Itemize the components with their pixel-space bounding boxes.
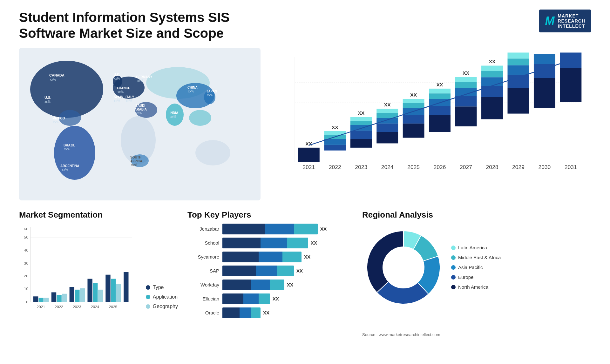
player-row: OracleXX: [187, 307, 353, 318]
svg-text:XX: XX: [489, 59, 496, 64]
svg-rect-154: [116, 284, 121, 302]
bar-seg2: [251, 280, 270, 290]
svg-point-13: [189, 110, 211, 126]
growth-chart-svg: XX XX XX XX: [276, 51, 585, 185]
svg-text:XX: XX: [463, 71, 469, 76]
svg-text:AFRICA: AFRICA: [130, 159, 142, 163]
svg-rect-56: [324, 139, 346, 145]
svg-text:SAUDI: SAUDI: [135, 104, 145, 107]
svg-rect-91: [481, 86, 503, 97]
player-bar-wrap: XX: [222, 307, 353, 318]
bar-chart-area: XX XX XX XX: [270, 48, 591, 200]
regional-area: Regional Analysis Latin AmericaMiddle Ea…: [362, 210, 591, 337]
player-row: SycamoreXX: [187, 252, 353, 262]
player-value: XX: [311, 240, 317, 246]
svg-text:ARGENTINA: ARGENTINA: [60, 164, 79, 168]
player-row: JenzabarXX: [187, 224, 353, 234]
svg-text:2027: 2027: [460, 164, 472, 170]
svg-text:SOUTH: SOUTH: [130, 156, 141, 159]
svg-rect-81: [429, 93, 451, 99]
logo-letter: M: [545, 14, 554, 28]
bar-seg3: [277, 266, 294, 276]
svg-rect-145: [75, 290, 79, 302]
bar-seg2: [259, 252, 282, 262]
svg-text:U.S.: U.S.: [44, 96, 51, 99]
player-bar: [222, 293, 270, 304]
legend-geo-label: Geography: [153, 304, 178, 309]
legend-type-label: Type: [153, 285, 164, 290]
svg-text:XX: XX: [358, 111, 364, 116]
reg-legend-item: Asia Pacific: [451, 265, 501, 270]
svg-rect-63: [350, 121, 372, 125]
player-row: SchoolXX: [187, 238, 353, 248]
logo-text: MARKET RESEARCH INTELLECT: [558, 13, 585, 29]
reg-legend-item: North America: [451, 284, 501, 290]
svg-rect-94: [481, 65, 503, 71]
logo-box: M MARKET RESEARCH INTELLECT: [539, 10, 591, 32]
svg-text:ARABIA: ARABIA: [134, 108, 147, 111]
svg-text:10: 10: [24, 286, 29, 291]
svg-text:2025: 2025: [407, 164, 420, 170]
player-name: SAP: [187, 268, 219, 273]
svg-text:CANADA: CANADA: [49, 73, 64, 77]
page-title: Student Information Systems SIS Software…: [19, 10, 241, 42]
reg-legend-dot: [451, 255, 456, 260]
svg-text:30: 30: [24, 261, 29, 265]
svg-rect-102: [534, 78, 555, 108]
bar-seg2: [265, 224, 294, 234]
svg-rect-140: [51, 292, 56, 302]
reg-legend-label: Latin America: [458, 245, 487, 250]
svg-rect-75: [403, 103, 424, 108]
reg-legend-label: North America: [458, 284, 488, 290]
bar-seg1: [222, 224, 265, 234]
donut-chart: [362, 226, 445, 309]
segmentation-area: Market Segmentation 0 10 20 30 40 50: [19, 210, 178, 337]
svg-text:ITALY: ITALY: [125, 95, 134, 99]
svg-rect-84: [455, 106, 477, 126]
svg-rect-150: [98, 290, 103, 302]
reg-legend-dot: [451, 265, 456, 270]
svg-rect-152: [105, 274, 110, 302]
svg-text:2023: 2023: [73, 305, 81, 308]
svg-text:xx%: xx%: [62, 168, 68, 172]
bar-seg3: [270, 280, 284, 290]
svg-rect-53: [298, 148, 320, 162]
reg-legend-label: Europe: [458, 274, 473, 280]
svg-text:2026: 2026: [434, 164, 446, 170]
svg-rect-72: [403, 124, 424, 138]
player-name: Workday: [187, 282, 219, 287]
bar-seg2: [261, 238, 287, 248]
top-section: CANADA xx% U.S. xx% MEXICO xx% BRAZIL xx…: [19, 48, 591, 200]
svg-text:2024: 2024: [381, 164, 394, 170]
svg-rect-141: [57, 295, 61, 302]
reg-legend-label: Middle East & Africa: [458, 255, 501, 260]
map-area: CANADA xx% U.S. xx% MEXICO xx% BRAZIL xx…: [19, 48, 261, 200]
svg-text:U.K.: U.K.: [114, 73, 120, 77]
player-name: Jenzabar: [187, 226, 219, 232]
bar-seg3: [259, 293, 270, 304]
svg-rect-138: [44, 298, 49, 302]
players-area: Top Key Players JenzabarXXSchoolXXSycamo…: [187, 210, 353, 337]
player-row: WorkdayXX: [187, 280, 353, 290]
player-name: Oracle: [187, 310, 219, 315]
svg-rect-70: [376, 109, 398, 113]
svg-text:40: 40: [24, 248, 29, 252]
svg-rect-97: [508, 75, 529, 88]
bar-seg1: [222, 252, 259, 262]
svg-text:GERMANY: GERMANY: [136, 75, 152, 79]
svg-rect-104: [534, 54, 555, 64]
svg-text:FRANCE: FRANCE: [117, 86, 130, 90]
bar-seg1: [222, 307, 240, 318]
svg-rect-87: [455, 82, 477, 88]
regional-legend: Latin AmericaMiddle East & AfricaAsia Pa…: [451, 245, 501, 290]
regional-title: Regional Analysis: [362, 210, 433, 220]
svg-text:SPAIN: SPAIN: [114, 95, 123, 99]
player-bar-wrap: XX: [222, 238, 353, 248]
svg-text:2021: 2021: [302, 164, 315, 170]
bar-seg3: [282, 252, 302, 262]
svg-text:xx%: xx%: [188, 90, 194, 93]
svg-rect-79: [429, 106, 451, 115]
svg-text:xx%: xx%: [114, 99, 120, 103]
svg-text:60: 60: [24, 227, 29, 231]
reg-legend-item: Europe: [451, 274, 501, 280]
